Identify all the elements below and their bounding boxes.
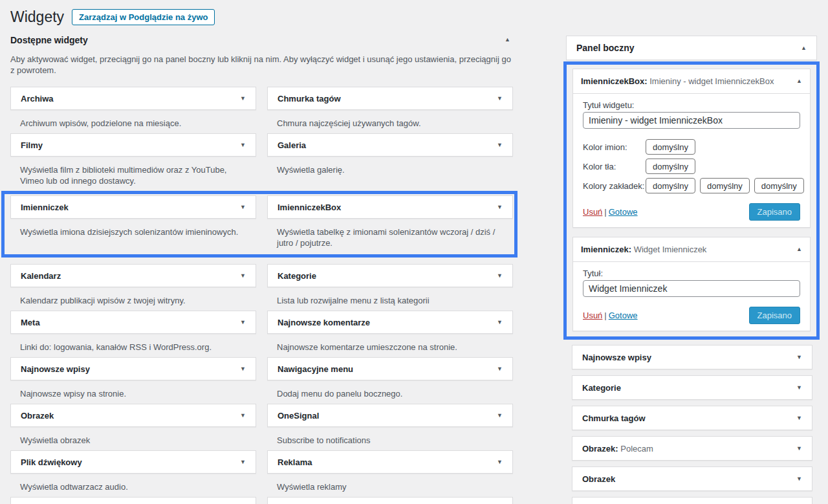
color-tab2-default-button[interactable]: domyślny xyxy=(700,178,750,193)
sidebar-widget-imienniczek: Imienniczek: Widget Imienniczek ▲ Tytuł:… xyxy=(572,237,811,331)
available-widgets-title: Dostępne widgety xyxy=(10,35,512,45)
widget-card-galeria[interactable]: Galeria ▼ xyxy=(267,133,513,157)
chevron-up-icon[interactable]: ▲ xyxy=(801,45,807,51)
widget-card-archiwa[interactable]: Archiwa ▼ xyxy=(10,87,256,110)
widget-name: Imienniczek: xyxy=(581,245,631,254)
color-tab1-default-button[interactable]: domyślny xyxy=(646,178,695,193)
widget-title: Kategorie xyxy=(582,383,621,393)
widget-title: Kategorie xyxy=(278,271,316,281)
available-widgets-grid: Archiwa ▼ Archiwum wpisów, podzielone na… xyxy=(10,87,512,504)
done-link[interactable]: Gotowe xyxy=(609,207,638,217)
chevron-down-icon[interactable]: ▼ xyxy=(240,273,246,279)
done-link[interactable]: Gotowe xyxy=(609,311,638,320)
color-tab3-default-button[interactable]: domyślny xyxy=(754,178,804,193)
chevron-down-icon[interactable]: ▼ xyxy=(796,446,802,452)
chevron-down-icon[interactable]: ▼ xyxy=(240,204,246,210)
widget-card-imienniczekbox[interactable]: ImienniczekBox ▼ xyxy=(267,195,513,219)
widget-title-label: Tytuł widgetu: xyxy=(583,100,800,110)
chevron-down-icon[interactable]: ▼ xyxy=(796,415,802,421)
widget-card-imienniczek[interactable]: Imienniczek ▼ xyxy=(10,195,256,219)
widget-subtitle: Polecam xyxy=(620,444,653,454)
widget-card-obrazek[interactable]: Obrazek ▼ xyxy=(10,404,256,427)
widget-description: Wyświetla reklamy xyxy=(277,481,505,492)
widget-description: Archiwum wpisów, podzielone na miesiące. xyxy=(20,118,248,129)
widget-title-input[interactable] xyxy=(583,112,800,129)
color-tabs-label: Kolory zakładek: xyxy=(583,181,646,191)
chevron-down-icon[interactable]: ▼ xyxy=(796,385,802,391)
widget-title: Chmurka tagów xyxy=(278,94,341,104)
sidebar-widget-collapsed-obrazek[interactable]: Obrazek ▼ xyxy=(572,497,812,504)
chevron-down-icon[interactable]: ▼ xyxy=(497,273,503,279)
chevron-down-icon[interactable]: ▼ xyxy=(497,413,503,419)
chevron-down-icon[interactable]: ▼ xyxy=(497,459,503,465)
color-background-label: Kolor tła: xyxy=(583,162,646,171)
widget-card-onesignal[interactable]: OneSignal ▼ xyxy=(267,404,513,427)
color-names-default-button[interactable]: domyślny xyxy=(646,139,695,155)
sidebar-widget-imienniczek-header[interactable]: Imienniczek: Widget Imienniczek ▲ xyxy=(573,237,810,262)
widget-card-filmy[interactable]: Filmy ▼ xyxy=(10,133,256,157)
widget-title-label: Tytuł: xyxy=(583,268,800,278)
widget-description: Wyświetla odtwarzacz audio. xyxy=(20,481,248,492)
widget-title: Filmy xyxy=(21,140,43,150)
sidebar-widget-collapsed-kategorie[interactable]: Kategorie ▼ xyxy=(572,375,812,400)
widget-description: Dodaj menu do panelu bocznego. xyxy=(277,388,505,399)
widget-card-najnowsze-wpisy[interactable]: Najnowsze wpisy ▼ xyxy=(10,357,256,380)
chevron-down-icon[interactable]: ▼ xyxy=(796,355,802,360)
chevron-down-icon[interactable]: ▼ xyxy=(240,366,246,372)
widget-title-input[interactable] xyxy=(583,280,800,297)
widget-title: Najnowsze wpisy xyxy=(21,364,90,374)
widget-title: Nawigacyjne menu xyxy=(278,364,353,374)
chevron-down-icon[interactable]: ▼ xyxy=(497,320,503,325)
delete-widget-link[interactable]: Usuń xyxy=(583,207,602,217)
widget-title: Kalendarz xyxy=(21,271,61,281)
chevron-down-icon[interactable]: ▼ xyxy=(240,142,246,148)
available-widgets-panel: Dostępne widgety ▲ Aby aktywować widget,… xyxy=(10,35,512,504)
sidebar-panel-header[interactable]: Panel boczny ▲ xyxy=(566,36,817,60)
sidebar-widget-collapsed-obrazek[interactable]: Obrazek ▼ xyxy=(572,466,812,491)
chevron-down-icon[interactable]: ▼ xyxy=(240,459,246,465)
delete-widget-link[interactable]: Usuń xyxy=(583,311,602,320)
sidebar-widget-collapsed-chmurka-tag-w[interactable]: Chmurka tagów ▼ xyxy=(572,406,812,430)
widget-card-kalendarz[interactable]: Kalendarz ▼ xyxy=(10,264,256,287)
chevron-down-icon[interactable]: ▼ xyxy=(240,413,246,419)
widget-name: ImienniczekBox: xyxy=(581,76,648,86)
widget-card-meta[interactable]: Meta ▼ xyxy=(10,311,256,334)
sidebar-widget-collapsed-obrazek-[interactable]: Obrazek: Polecam ▼ xyxy=(572,436,812,461)
sidebar-widget-collapsed-najnowsze-wpisy[interactable]: Najnowsze wpisy ▼ xyxy=(572,345,812,369)
chevron-down-icon[interactable]: ▼ xyxy=(497,204,503,210)
widget-description: Wyświetla film z biblioteki multimediów … xyxy=(20,164,248,186)
widgets-admin-page: Widgety Zarządzaj w Podglądzie na żywo D… xyxy=(0,0,828,504)
sidebar-collapsed-widgets: Najnowsze wpisy ▼ Kategorie ▼ Chmurka ta… xyxy=(572,345,812,504)
widget-description: Najnowsze wpisy na stronie. xyxy=(20,388,248,399)
chevron-down-icon[interactable]: ▼ xyxy=(240,320,246,325)
chevron-up-icon[interactable]: ▲ xyxy=(796,78,802,84)
chevron-down-icon[interactable]: ▼ xyxy=(497,142,503,148)
chevron-up-icon[interactable]: ▲ xyxy=(505,37,510,43)
widget-description: Kalendarz publikacji wpisów z twojej wit… xyxy=(20,295,248,306)
page-title: Widgety xyxy=(10,8,64,27)
saved-button[interactable]: Zapisano xyxy=(749,203,800,221)
widget-card-kategorie[interactable]: Kategorie ▼ xyxy=(267,264,513,287)
chevron-down-icon[interactable]: ▼ xyxy=(240,96,246,102)
widget-card-plik-d-wi-kowy[interactable]: Plik dźwiękowy ▼ xyxy=(10,450,256,474)
saved-button[interactable]: Zapisano xyxy=(749,307,800,324)
color-background-default-button[interactable]: domyślny xyxy=(646,159,695,174)
widget-description: Chmura najczęściej używanych tagów. xyxy=(277,118,505,129)
chevron-up-icon[interactable]: ▲ xyxy=(796,247,802,252)
widget-card-rss[interactable]: RSS ▼ xyxy=(267,497,513,504)
widget-settings-form: Tytuł widgetu: Kolor imion: domyślny Kol… xyxy=(573,94,810,227)
widget-card-nawigacyjne-menu[interactable]: Nawigacyjne menu ▼ xyxy=(267,357,513,380)
sidebar-panel-title: Panel boczny xyxy=(576,43,634,53)
page-header: Widgety Zarządzaj w Podglądzie na żywo xyxy=(10,8,215,27)
chevron-down-icon[interactable]: ▼ xyxy=(497,96,503,102)
widget-card-related-posts[interactable]: Related Posts ▼ xyxy=(10,497,256,504)
widget-description: Wyświetla tabelkę z imionami solenizantó… xyxy=(277,226,505,248)
widget-card-chmurka-tag-w[interactable]: Chmurka tagów ▼ xyxy=(267,87,513,110)
sidebar-widget-imienniczekbox-header[interactable]: ImienniczekBox: Imieniny - widget Imienn… xyxy=(573,69,810,94)
manage-live-preview-button[interactable]: Zarządzaj w Podglądzie na żywo xyxy=(72,9,215,25)
chevron-down-icon[interactable]: ▼ xyxy=(796,476,802,482)
widget-card-reklama[interactable]: Reklama ▼ xyxy=(267,450,513,474)
widget-card-najnowsze-komentarze[interactable]: Najnowsze komentarze ▼ xyxy=(267,311,513,334)
chevron-down-icon[interactable]: ▼ xyxy=(497,366,503,372)
widget-description: Subscribe to notifications xyxy=(277,435,505,446)
